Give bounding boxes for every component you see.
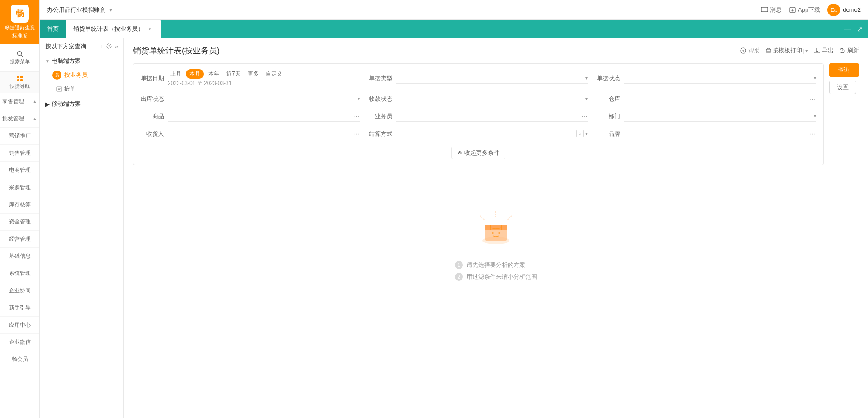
svg-point-20: [498, 232, 500, 234]
help-button[interactable]: ? 帮助: [740, 47, 760, 55]
left-panel-header: 按以下方案查询 + «: [40, 43, 123, 54]
filter-doc-type-item: 单据类型 ▾: [369, 73, 588, 84]
sidebar-item-apps[interactable]: 应用中心: [0, 317, 39, 334]
sidebar-item-retail[interactable]: 零售管理 ▲: [0, 93, 39, 110]
message-button[interactable]: 消息: [761, 6, 782, 14]
sidebar-item-finance[interactable]: 资金管理: [0, 214, 39, 231]
receipt-status-input[interactable]: [396, 95, 586, 102]
quick-nav-button[interactable]: 快捷导航: [0, 72, 39, 93]
sub-scheme-icon: [56, 86, 62, 92]
print-dropdown-arrow[interactable]: ▾: [805, 48, 808, 54]
doc-status-dropdown-icon[interactable]: ▾: [814, 76, 816, 81]
search-menu-button[interactable]: 搜索菜单: [2, 48, 37, 68]
sidebar-item-wechat[interactable]: 企业微信: [0, 334, 39, 351]
product-input[interactable]: [168, 113, 354, 119]
warehouse-input[interactable]: [624, 95, 810, 102]
tab-maximize-button[interactable]: ⤢: [855, 23, 864, 35]
tab-minimize-button[interactable]: —: [842, 23, 853, 35]
sidebar-logo[interactable]: 畅 畅捷通好生意 标准版: [0, 0, 39, 44]
scheme-group-mobile-header[interactable]: ▶ 移动端方案: [40, 97, 123, 111]
main-container: 办公用品行业模拟账套 ▾ 消息 App下载 Ea: [40, 0, 868, 418]
settings-icon: [106, 43, 112, 49]
add-scheme-button[interactable]: +: [99, 43, 103, 50]
sidebar-item-newbie[interactable]: 新手引导: [0, 299, 39, 317]
sidebar-item-enterprise[interactable]: 企业协同: [0, 282, 39, 299]
sidebar-item-operations[interactable]: 经营管理: [0, 231, 39, 248]
out-status-control: ▾: [168, 94, 360, 104]
out-status-input[interactable]: [168, 95, 358, 102]
date-tab-7days[interactable]: 近7天: [224, 69, 243, 79]
payment-x-icon[interactable]: ×: [576, 130, 584, 137]
product-dots-icon[interactable]: ···: [354, 113, 360, 119]
sidebar-item-ecommerce[interactable]: 电商管理: [0, 162, 39, 179]
topbar-title: 办公用品行业模拟账套: [47, 6, 106, 14]
sidebar-item-system[interactable]: 系统管理: [0, 265, 39, 282]
sidebar-item-purchase[interactable]: 采购管理: [0, 179, 39, 196]
collapse-panel-button[interactable]: «: [115, 43, 118, 50]
app-download-icon: [789, 6, 796, 14]
date-tab-this-year[interactable]: 本年: [206, 69, 222, 79]
receipt-status-dropdown-icon[interactable]: ▾: [585, 96, 588, 101]
scheme-group2-arrow: ▶: [45, 101, 50, 108]
date-tab-more[interactable]: 更多: [245, 69, 261, 79]
out-status-dropdown-icon[interactable]: ▾: [358, 96, 360, 101]
dept-dropdown-icon[interactable]: ▾: [814, 114, 816, 119]
date-tab-this-month[interactable]: 本月: [186, 69, 204, 79]
svg-line-17: [507, 216, 512, 220]
filter-dept-item: 部门 ▾: [597, 111, 816, 122]
sidebar-item-basic[interactable]: 基础信息: [0, 248, 39, 265]
tab-home[interactable]: 首页: [40, 20, 66, 38]
date-tabs: 上月 本月 本年 近7天 更多 自定义: [168, 69, 360, 79]
scheme-item-by-salesperson[interactable]: 员 按业务员: [40, 68, 123, 82]
user-profile-button[interactable]: Ea demo2: [827, 4, 861, 16]
export-label: 导出: [822, 47, 834, 55]
doc-type-input[interactable]: [396, 75, 586, 81]
app-download-label: App下载: [798, 6, 820, 14]
collapse-label: 收起更多条件: [464, 149, 500, 157]
consignee-input[interactable]: [168, 130, 354, 137]
app-download-button[interactable]: App下载: [789, 6, 820, 14]
date-tab-custom[interactable]: 自定义: [263, 69, 285, 79]
scheme-item-by-order[interactable]: 按单: [40, 82, 123, 95]
topbar-dropdown-icon[interactable]: ▾: [109, 7, 112, 13]
salesperson-input[interactable]: [396, 113, 582, 119]
sidebar-item-sales[interactable]: 销售管理: [0, 145, 39, 162]
collapse-button[interactable]: 收起更多条件: [451, 147, 505, 159]
scheme-settings-button[interactable]: [106, 43, 112, 51]
ecommerce-label: 电商管理: [9, 166, 31, 174]
doc-type-dropdown-icon[interactable]: ▾: [585, 76, 588, 81]
query-button[interactable]: 查询: [829, 63, 859, 77]
sidebar-item-member[interactable]: 畅会员: [0, 351, 39, 368]
date-label: 单据日期: [141, 74, 164, 82]
refresh-button[interactable]: 刷新: [839, 47, 859, 55]
print-button[interactable]: 按模板打印 | ▾: [765, 47, 808, 55]
warehouse-dots-icon[interactable]: ···: [810, 95, 816, 102]
sidebar-item-wholesale[interactable]: 批发管理 ▲: [0, 110, 39, 128]
dept-input[interactable]: [624, 113, 814, 119]
svg-rect-5: [20, 79, 23, 81]
tab-sales-stats[interactable]: 销货单统计表（按业务员） ×: [66, 20, 161, 38]
date-tab-last-month[interactable]: 上月: [168, 69, 184, 79]
sidebar-item-marketing[interactable]: 营销推广: [0, 128, 39, 145]
brand-dots-icon[interactable]: ···: [810, 130, 816, 137]
consignee-dots-icon[interactable]: ···: [354, 130, 360, 137]
tab-close-icon[interactable]: ×: [146, 25, 154, 33]
sidebar-item-inventory[interactable]: 库存核算: [0, 196, 39, 214]
salesperson-dots-icon[interactable]: ···: [581, 113, 588, 119]
dept-label: 部门: [597, 112, 620, 120]
payment-dropdown-icon[interactable]: ▾: [585, 131, 588, 136]
sidebar-search-section: 搜索菜单: [0, 44, 39, 72]
collapse-icon: [457, 150, 462, 156]
filter-doc-status-item: 单据状态 ▾: [597, 73, 816, 84]
export-button[interactable]: 导出: [814, 47, 834, 55]
scheme-group-desktop-header[interactable]: ▼ 电脑端方案: [40, 54, 123, 68]
settings-button[interactable]: 设置: [829, 81, 856, 94]
doc-status-input[interactable]: [624, 75, 814, 81]
operations-label: 经营管理: [9, 235, 31, 243]
filter-salesperson-item: 业务员 ···: [369, 111, 588, 122]
sales-label: 销售管理: [9, 149, 31, 157]
brand-input[interactable]: [624, 130, 810, 137]
svg-line-1: [21, 55, 23, 57]
payment-input[interactable]: [396, 130, 576, 137]
warehouse-control: ···: [624, 94, 816, 104]
